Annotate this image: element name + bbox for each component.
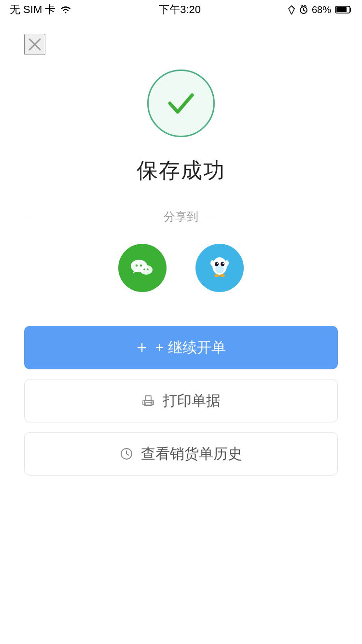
svg-line-3 xyxy=(301,5,303,6)
svg-point-12 xyxy=(140,265,142,266)
qq-share-button[interactable] xyxy=(195,244,244,292)
svg-point-26 xyxy=(215,266,224,273)
location-icon xyxy=(288,5,295,14)
success-title: 保存成功 xyxy=(137,156,225,185)
svg-rect-6 xyxy=(336,7,347,12)
svg-point-24 xyxy=(214,274,219,277)
svg-line-35 xyxy=(126,454,129,455)
qq-icon xyxy=(205,253,234,282)
status-left: 无 SIM 卡 xyxy=(10,2,72,17)
svg-point-13 xyxy=(143,268,145,270)
wechat-share-button[interactable] xyxy=(118,244,167,292)
status-bar: 无 SIM 卡 下午3:20 68% xyxy=(0,0,362,19)
continue-button[interactable]: + 继续开单 xyxy=(24,326,338,369)
svg-rect-30 xyxy=(145,396,151,401)
divider-line-right xyxy=(208,217,338,217)
svg-point-11 xyxy=(136,265,138,266)
print-label: 打印单据 xyxy=(163,391,221,411)
checkmark-icon xyxy=(164,86,198,120)
svg-point-18 xyxy=(221,262,224,266)
printer-icon xyxy=(141,394,155,407)
svg-line-2 xyxy=(304,10,305,11)
history-button[interactable]: 查看销货单历史 xyxy=(24,432,338,476)
svg-rect-31 xyxy=(145,403,151,405)
svg-point-19 xyxy=(217,263,218,264)
status-time: 下午3:20 xyxy=(159,2,201,17)
divider-line-left xyxy=(24,217,154,217)
history-label: 查看销货单历史 xyxy=(141,444,242,464)
action-buttons: + 继续开单 打印单据 xyxy=(24,326,338,476)
share-divider: 分享到 xyxy=(24,209,338,224)
wechat-icon xyxy=(128,253,157,282)
continue-label: + 继续开单 xyxy=(155,338,226,358)
print-button[interactable]: 打印单据 xyxy=(24,379,338,422)
svg-point-14 xyxy=(147,268,149,270)
svg-point-20 xyxy=(223,263,224,264)
close-button[interactable] xyxy=(24,34,45,55)
no-sim-text: 无 SIM 卡 xyxy=(10,2,56,17)
wifi-icon xyxy=(59,5,72,14)
plus-icon xyxy=(136,342,148,353)
svg-point-22 xyxy=(210,260,214,266)
battery-text: 68% xyxy=(312,4,331,15)
share-label: 分享到 xyxy=(164,209,198,224)
svg-point-10 xyxy=(140,265,153,275)
battery-icon xyxy=(335,5,352,14)
close-icon xyxy=(28,37,42,52)
svg-point-25 xyxy=(220,274,225,277)
svg-point-23 xyxy=(225,260,229,266)
svg-point-32 xyxy=(151,402,152,403)
svg-point-17 xyxy=(215,262,219,266)
status-right: 68% xyxy=(288,4,352,15)
share-icons-row xyxy=(118,244,244,292)
alarm-icon xyxy=(299,5,308,14)
success-circle xyxy=(147,70,215,137)
clock-icon xyxy=(120,447,133,461)
main-content: 保存成功 分享到 xyxy=(0,55,362,644)
svg-marker-15 xyxy=(133,271,137,273)
svg-line-4 xyxy=(305,5,306,6)
